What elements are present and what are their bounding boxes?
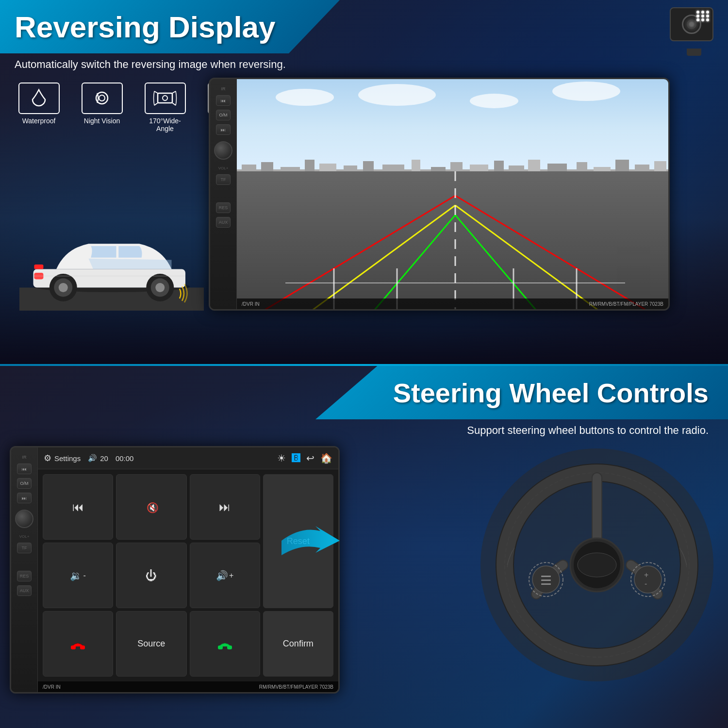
- guide-lines-svg: [237, 171, 668, 309]
- screen-bottom-bar-bottom: /DVR IN RM/RMVB/BT/FM/PLAYER 7023B: [38, 681, 338, 692]
- svg-rect-19: [34, 265, 43, 269]
- dvr-label-bottom: /DVR IN: [43, 684, 61, 690]
- night-vision-label: Night Vision: [84, 117, 120, 125]
- volume-knob-bottom[interactable]: [15, 510, 33, 528]
- prev-btn-bottom[interactable]: ⏮: [17, 463, 32, 474]
- vol-down-button[interactable]: 🔉-: [43, 543, 113, 608]
- vol-label-top: VOL+: [218, 166, 229, 170]
- aux-btn-bottom[interactable]: AUX: [17, 585, 32, 596]
- confirm-button[interactable]: Confirm: [263, 611, 333, 677]
- mute-button[interactable]: 🔇: [116, 474, 186, 540]
- vol-up-button[interactable]: 🔊+: [190, 543, 260, 608]
- hang-up-button[interactable]: [43, 611, 113, 677]
- prev-btn-top[interactable]: ⏮: [216, 95, 231, 106]
- svg-rect-57: [80, 645, 85, 649]
- home-icon[interactable]: 🏠: [320, 452, 332, 464]
- camera-leds: [696, 11, 710, 21]
- time-item: 00:00: [116, 454, 134, 463]
- time-value: 00:00: [116, 454, 134, 463]
- feature-night-vision: Night Vision: [78, 83, 126, 125]
- steering-wheel-container: + -: [476, 444, 718, 686]
- svg-rect-70: [541, 579, 551, 581]
- wide-angle-label: 170°Wide-Angle: [141, 117, 189, 132]
- camera-led: [706, 15, 709, 17]
- radar-waves: [150, 274, 189, 303]
- res-btn-bottom[interactable]: RES: [17, 571, 32, 581]
- source-button[interactable]: Source: [116, 611, 186, 677]
- camera-led: [701, 18, 704, 21]
- next-track-button[interactable]: ⏭: [190, 474, 260, 540]
- svg-rect-58: [218, 645, 223, 649]
- svg-rect-69: [541, 576, 551, 577]
- camera-led: [701, 15, 704, 17]
- bottom-header-banner: Steering Wheel Controls: [315, 366, 728, 419]
- wide-angle-icon: [150, 87, 180, 109]
- camera-led: [696, 11, 699, 14]
- feature-waterproof: Waterproof: [15, 83, 63, 125]
- camera-mount: [687, 49, 701, 56]
- power-button[interactable]: ⏻: [116, 543, 186, 608]
- road-surface: [237, 171, 668, 309]
- wide-angle-icon-box: [145, 83, 186, 114]
- confirm-label: Confirm: [283, 639, 314, 649]
- cloud-4: [552, 82, 620, 101]
- call-icon: [216, 638, 233, 650]
- steering-wheel-svg: + -: [476, 444, 718, 686]
- volume-item: 🔊 20: [88, 454, 108, 463]
- device-screen-top: /DVR IN RM/RMVB/BT/FM/PLAYER 7023B: [237, 79, 668, 309]
- ir-label: IR: [221, 86, 226, 91]
- svg-rect-2: [158, 93, 172, 103]
- screen-dvr-label: /DVR IN: [242, 301, 260, 307]
- svg-point-73: [634, 566, 662, 593]
- top-section: Reversing Display Automatically switch t…: [0, 0, 728, 364]
- settings-gear-icon: ⚙: [44, 453, 51, 463]
- prev-track-button[interactable]: ⏮: [43, 474, 113, 540]
- svg-line-48: [455, 215, 538, 309]
- volume-knob-top[interactable]: [214, 141, 232, 160]
- svg-rect-59: [227, 645, 232, 649]
- next-btn-bottom[interactable]: ⏭: [17, 493, 32, 503]
- call-button[interactable]: [190, 611, 260, 677]
- settings-label: Settings: [54, 454, 81, 463]
- button-grid: ⏮ 🔇 ⏭ Reset 🔉-: [38, 469, 338, 681]
- vol-label-bottom: VOL+: [19, 534, 30, 539]
- tf-btn-bottom[interactable]: TF: [17, 543, 32, 553]
- svg-point-66: [578, 553, 616, 577]
- waterproof-icon: [27, 87, 51, 109]
- camera-led: [701, 11, 704, 14]
- om-btn-bottom[interactable]: O/M: [17, 478, 32, 489]
- aux-btn-top[interactable]: AUX: [216, 217, 231, 228]
- car-image: [19, 218, 194, 325]
- tf-btn-top[interactable]: TF: [216, 174, 231, 185]
- next-btn-top[interactable]: ⏭: [216, 124, 231, 135]
- back-icon[interactable]: ↩: [306, 452, 314, 464]
- reversing-display-subtitle: Automatically switch the reversing image…: [15, 58, 286, 71]
- camera-led: [696, 15, 699, 17]
- blue-arrow: [277, 526, 340, 575]
- mute-icon: 🔇: [144, 500, 159, 514]
- svg-line-43: [261, 196, 455, 309]
- svg-point-1: [99, 95, 105, 101]
- volume-icon: 🔊: [88, 454, 97, 463]
- device-controls-left-bottom: IR ⏮ O/M ⏭ VOL+ TF RES AUX: [11, 447, 38, 692]
- bluetooth-icon: 🅱: [292, 453, 300, 463]
- model-label-bottom: RM/RMVB/BT/FM/PLAYER 7023B: [259, 684, 333, 690]
- settings-item[interactable]: ⚙ Settings: [44, 453, 81, 463]
- screen-bottom-bar-top: /DVR IN RM/RMVB/BT/FM/PLAYER 7023B: [237, 298, 668, 309]
- cloud-2: [358, 84, 436, 106]
- om-btn-top[interactable]: O/M: [216, 110, 231, 120]
- svg-text:🔇: 🔇: [147, 502, 159, 513]
- arrow-svg: [277, 526, 340, 575]
- res-btn-top[interactable]: RES: [216, 202, 231, 213]
- camera-body: [670, 7, 713, 41]
- svg-point-14: [59, 283, 68, 292]
- waterproof-icon-box: [18, 83, 60, 114]
- svg-text:-: -: [645, 579, 647, 588]
- svg-line-47: [373, 215, 455, 309]
- svg-point-3: [163, 96, 167, 100]
- cloud-3: [470, 94, 518, 108]
- brightness-icon: ☀: [277, 452, 286, 464]
- svg-line-46: [455, 205, 601, 309]
- svg-line-44: [455, 196, 649, 309]
- feature-wide-angle: 170°Wide-Angle: [141, 83, 189, 132]
